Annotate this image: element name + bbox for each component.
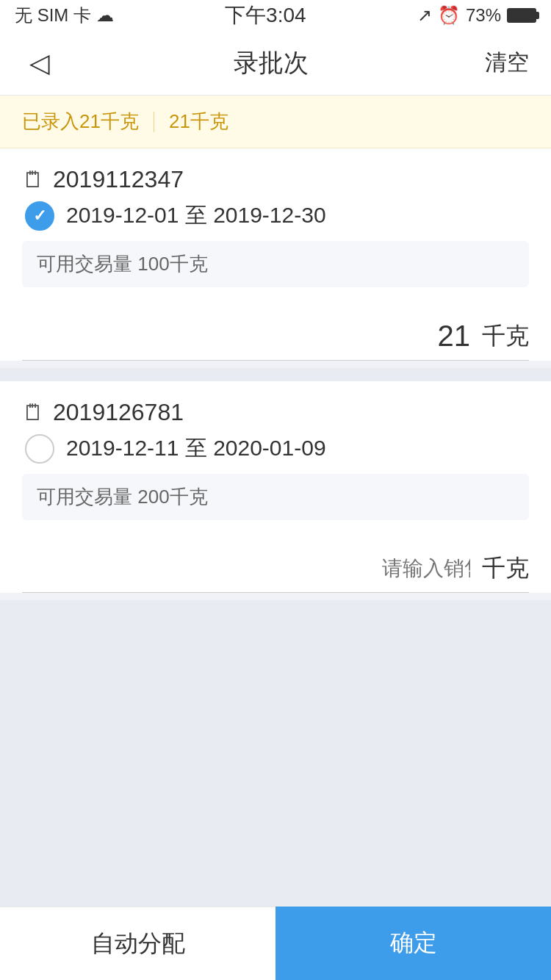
auto-distribute-button[interactable]: 自动分配 bbox=[0, 907, 276, 980]
batch-1-header: 🗒 2019112347 bbox=[22, 166, 529, 193]
status-time: 下午3:04 bbox=[225, 1, 306, 29]
batch-1-unit: 千克 bbox=[482, 320, 529, 353]
batch-1-item: 🗒 2019112347 2019-12-01 至 2019-12-30 可用交… bbox=[0, 148, 551, 305]
batch-1-quantity-input[interactable] bbox=[382, 320, 470, 353]
status-bar: 无 SIM 卡 ☁ 下午3:04 ↗ ⏰ 73% bbox=[0, 0, 551, 31]
batch-2-item: 🗒 2019126781 2019-12-11 至 2020-01-09 可用交… bbox=[0, 381, 551, 538]
batch-2-date-row[interactable]: 2019-12-11 至 2020-01-09 bbox=[22, 433, 529, 464]
section-divider bbox=[0, 368, 551, 381]
batch-1-id-icon: 🗒 bbox=[22, 167, 44, 192]
batch-1-underline bbox=[22, 360, 529, 361]
batch-2-header: 🗒 2019126781 bbox=[22, 399, 529, 426]
banner-divider bbox=[154, 112, 154, 132]
page-title: 录批次 bbox=[234, 46, 309, 80]
sim-text: 无 SIM 卡 ☁ bbox=[15, 4, 114, 27]
page-content: 已录入21千克 21千克 🗒 2019112347 2019-12-01 至 2… bbox=[0, 96, 551, 980]
battery-icon bbox=[507, 8, 536, 23]
batch-2-date: 2019-12-11 至 2020-01-09 bbox=[66, 433, 326, 464]
status-right: ↗ ⏰ 73% bbox=[417, 5, 536, 26]
batch-2-availability: 可用交易量 200千克 bbox=[22, 474, 529, 520]
batch-2-id: 2019126781 bbox=[53, 399, 184, 426]
batch-1-availability-value: 100千克 bbox=[137, 253, 207, 275]
batch-1-id: 2019112347 bbox=[53, 166, 184, 193]
batch-1-availability: 可用交易量 100千克 bbox=[22, 241, 529, 287]
batch-2-availability-label: 可用交易量 bbox=[37, 486, 132, 508]
batch-1-availability-label: 可用交易量 bbox=[37, 253, 132, 275]
batch-1-date-row[interactable]: 2019-12-01 至 2019-12-30 bbox=[22, 201, 529, 231]
already-recorded-label: 已录入21千克 bbox=[22, 109, 139, 134]
batch-2-availability-value: 200千克 bbox=[137, 486, 207, 508]
nav-bar: ◁ 录批次 清空 bbox=[0, 31, 551, 96]
batch-1-quantity-row: 千克 bbox=[0, 305, 551, 360]
batch-1-section: 🗒 2019112347 2019-12-01 至 2019-12-30 可用交… bbox=[0, 148, 551, 361]
clear-button[interactable]: 清空 bbox=[485, 48, 529, 78]
batch-1-radio[interactable] bbox=[25, 201, 54, 231]
batch-2-underline bbox=[22, 592, 529, 593]
batch-2-unit: 千克 bbox=[482, 552, 529, 585]
info-banner: 已录入21千克 21千克 bbox=[0, 96, 551, 148]
batch-2-quantity-input[interactable] bbox=[382, 557, 470, 580]
empty-area bbox=[0, 600, 551, 938]
batch-2-quantity-row: 千克 bbox=[0, 538, 551, 592]
back-button[interactable]: ◁ bbox=[22, 40, 57, 86]
batch-1-date: 2019-12-01 至 2019-12-30 bbox=[66, 201, 326, 231]
batch-2-id-icon: 🗒 bbox=[22, 400, 44, 425]
alarm-icon: ⏰ bbox=[438, 5, 460, 26]
footer: 自动分配 确定 bbox=[0, 907, 551, 980]
recorded-value: 21千克 bbox=[169, 109, 228, 134]
batch-2-radio[interactable] bbox=[25, 434, 54, 464]
confirm-button[interactable]: 确定 bbox=[276, 907, 551, 980]
battery-percent: 73% bbox=[466, 5, 501, 26]
status-left: 无 SIM 卡 ☁ bbox=[15, 4, 114, 27]
location-icon: ↗ bbox=[417, 5, 432, 26]
batch-2-section: 🗒 2019126781 2019-12-11 至 2020-01-09 可用交… bbox=[0, 381, 551, 593]
